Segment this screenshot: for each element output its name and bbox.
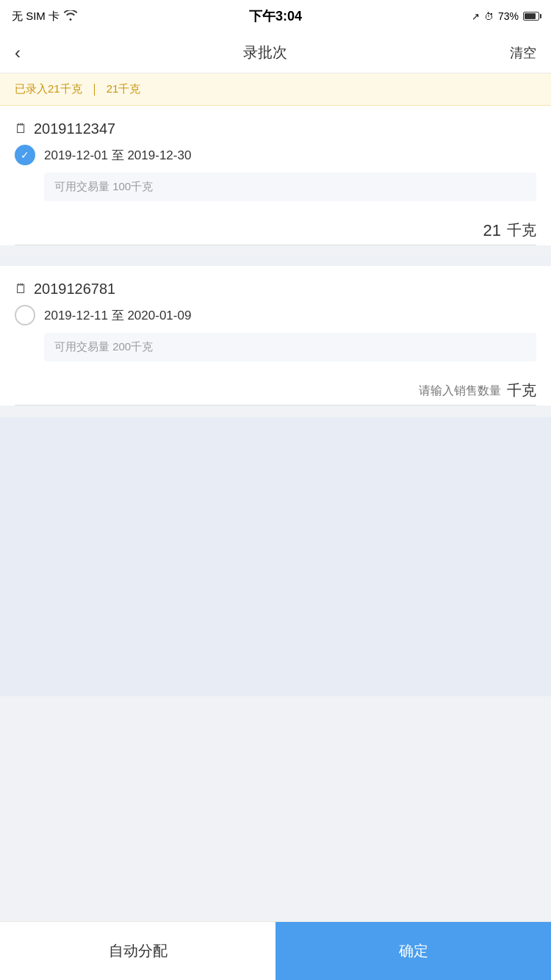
wifi-icon: [64, 10, 77, 23]
battery-percent: 73%: [498, 10, 519, 22]
info-banner: 已录入21千克 21千克: [0, 73, 551, 106]
batch2-header: 🗒 2019126781: [15, 281, 536, 298]
batch2-row[interactable]: 2019-12-11 至 2020-01-09: [15, 305, 536, 325]
status-bar: 无 SIM 卡 下午3:04 ↗ ⏱ 73%: [0, 0, 551, 32]
info-divider: [94, 84, 95, 96]
batch1-row[interactable]: ✓ 2019-12-01 至 2019-12-30: [15, 145, 536, 165]
batch2-radio[interactable]: [15, 305, 35, 325]
auto-distribute-button[interactable]: 自动分配: [0, 922, 276, 980]
status-time: 下午3:04: [249, 7, 302, 25]
page-title: 录批次: [243, 43, 287, 62]
batch1-avail-text: 可用交易量 100千克: [54, 180, 153, 192]
batch1-underline: [15, 245, 536, 245]
batch2-underline: [15, 405, 536, 406]
battery-icon: [523, 12, 539, 21]
section-divider: [0, 257, 551, 266]
batch1-unit: 千克: [507, 220, 536, 240]
info-label: 已录入21千克: [15, 82, 82, 96]
confirm-button[interactable]: 确定: [276, 922, 551, 980]
alarm-icon: ⏱: [484, 11, 494, 22]
info-value: 21千克: [107, 82, 141, 96]
status-left: 无 SIM 卡: [12, 10, 77, 24]
batch1-id: 2019112347: [34, 120, 115, 137]
batch-card-1: 🗒 2019112347 ✓ 2019-12-01 至 2019-12-30 可…: [0, 106, 551, 245]
batch1-amount-input-wrap: [15, 221, 501, 240]
batch2-amount-row: 千克: [15, 372, 536, 400]
batch1-doc-icon: 🗒: [15, 121, 28, 137]
batch1-header: 🗒 2019112347: [15, 120, 536, 137]
location-icon: ↗: [472, 11, 480, 22]
batch2-amount-input[interactable]: [15, 384, 501, 397]
batch1-amount-row: 千克: [15, 212, 536, 240]
batch2-avail-text: 可用交易量 200千克: [54, 340, 153, 353]
batch2-unit: 千克: [507, 381, 536, 400]
batch2-avail-box: 可用交易量 200千克: [44, 333, 536, 361]
back-button[interactable]: ‹: [15, 44, 21, 62]
batch2-date: 2019-12-11 至 2020-01-09: [44, 307, 191, 324]
batch1-date: 2019-12-01 至 2019-12-30: [44, 147, 191, 164]
batch1-radio[interactable]: ✓: [15, 145, 35, 165]
clear-button[interactable]: 清空: [510, 44, 536, 62]
status-right: ↗ ⏱ 73%: [472, 10, 539, 22]
batch2-doc-icon: 🗒: [15, 281, 28, 297]
batch-card-2: 🗒 2019126781 2019-12-11 至 2020-01-09 可用交…: [0, 266, 551, 406]
batch1-check-icon: ✓: [21, 149, 29, 161]
batch2-id: 2019126781: [34, 281, 115, 298]
batch1-amount-input[interactable]: [457, 221, 501, 240]
batch1-avail-box: 可用交易量 100千克: [44, 173, 536, 201]
nav-bar: ‹ 录批次 清空: [0, 32, 551, 73]
bottom-spacer: [0, 417, 551, 696]
batch2-amount-input-wrap: [15, 384, 501, 397]
bottom-bar: 自动分配 确定: [0, 921, 551, 980]
carrier-text: 无 SIM 卡: [12, 10, 60, 24]
